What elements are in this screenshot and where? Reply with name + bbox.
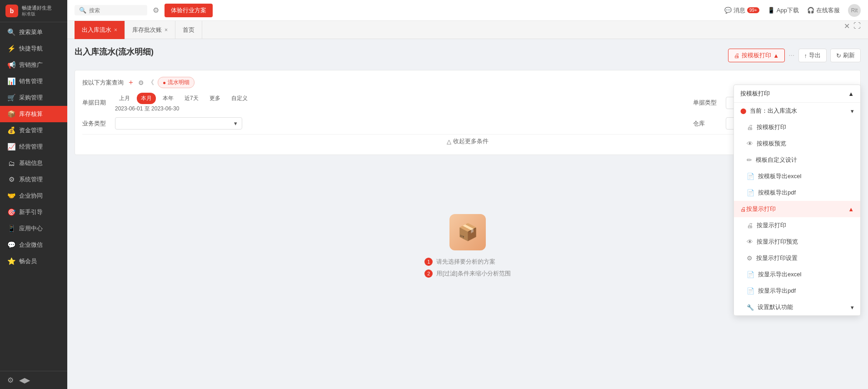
- date-btn-自定义[interactable]: 自定义: [227, 93, 252, 104]
- sidebar-item-search[interactable]: 🔍搜索菜单: [0, 24, 67, 40]
- empty-illustration: 📦: [449, 214, 486, 250]
- sidebar-item-sales[interactable]: 📊销售管理: [0, 73, 67, 90]
- filter-label: 按以下方案查询: [82, 79, 124, 87]
- collapse-up-icon: △: [447, 138, 451, 145]
- sidebar-item-app-center[interactable]: 📱应用中心: [0, 220, 67, 237]
- display-excel-icon: 📄: [747, 271, 754, 278]
- type-label: 单据类型: [693, 99, 718, 107]
- add-filter-icon[interactable]: ＋: [127, 78, 135, 87]
- topbar-gear-icon[interactable]: ⚙: [153, 6, 159, 15]
- date-btn-近7天[interactable]: 近7天: [180, 93, 203, 104]
- sidebar-label: 企业微信: [19, 241, 43, 249]
- dropdown-current[interactable]: ⬤当前：出入库流水▾: [734, 103, 860, 119]
- filter-settings-icon[interactable]: ⚙: [138, 79, 144, 86]
- export-button[interactable]: ↑ 导出: [798, 49, 827, 62]
- dropdown-item-template-custom[interactable]: ✏模板自定义设计: [734, 152, 860, 168]
- user-avatar[interactable]: Rit: [848, 4, 861, 17]
- tab-label: 库存批次账: [132, 26, 162, 34]
- dropdown-item-display-pdf[interactable]: 📄按显示导出pdf: [734, 283, 860, 299]
- tab-batch[interactable]: 库存批次账 ×: [125, 21, 175, 39]
- sidebar-item-quick-nav[interactable]: ⚡快捷导航: [0, 40, 67, 57]
- inventory-icon: 📦: [7, 110, 15, 118]
- dropdown-item-display-print-settings[interactable]: ⚙按显示打印设置: [734, 250, 860, 266]
- sidebar-bottom: ⚙ ◀▶: [0, 371, 67, 389]
- business-label: 业务类型: [82, 120, 108, 128]
- template-preview-icon: 👁: [747, 140, 753, 147]
- app-download-button[interactable]: 📱 App下载: [768, 6, 799, 15]
- sidebar-item-finance[interactable]: 💰资金管理: [0, 122, 67, 139]
- close-window-icon[interactable]: ✕: [844, 22, 850, 30]
- display-print-section-icon: 🖨: [740, 206, 746, 213]
- dropdown-collapse-icon[interactable]: ▲: [848, 90, 854, 97]
- dropdown-section-display-print-section[interactable]: 🖨按显示打印▲: [734, 201, 860, 217]
- sidebar-item-basic[interactable]: 🗂基础信息: [0, 155, 67, 171]
- display-preview-icon: 👁: [747, 238, 753, 245]
- sidebar-item-purchase[interactable]: 🛒采购管理: [0, 90, 67, 106]
- dropdown-item-display-excel[interactable]: 📄按显示导出excel: [734, 266, 860, 283]
- tab-close-icon[interactable]: ×: [165, 27, 168, 33]
- basic-icon: 🗂: [7, 160, 15, 167]
- filter-collapse-icon[interactable]: 《: [148, 79, 154, 87]
- enterprise-icon: 🤝: [7, 192, 15, 200]
- sidebar-item-wechat[interactable]: 💬企业微信: [0, 237, 67, 253]
- trial-button[interactable]: 体验行业方案: [165, 4, 213, 17]
- sidebar-item-inventory[interactable]: 📦库存核算: [0, 106, 67, 122]
- dropdown-item-template-print[interactable]: 🖨按模板打印: [734, 119, 860, 135]
- maximize-icon[interactable]: ⛶: [853, 22, 861, 30]
- date-btn-更多[interactable]: 更多: [205, 93, 224, 104]
- page-content: 出入库流水(流水明细) 🖨 按模板打印 ▲ ··· ↑ 导出 ↻ 刷新: [67, 39, 868, 389]
- template-pdf-icon: 📄: [747, 189, 754, 196]
- tab-flow[interactable]: 出入库流水 ×: [75, 21, 125, 39]
- template-print-icon: 🖨: [747, 124, 753, 131]
- dropdown-header: 按模板打印▲: [734, 85, 860, 103]
- template-print-button[interactable]: 🖨 按模板打印 ▲: [728, 49, 785, 62]
- collapse-icon[interactable]: ◀▶: [19, 376, 30, 384]
- topbar-search-box[interactable]: 🔍: [75, 5, 147, 15]
- dropdown-item-display-preview[interactable]: 👁按显示打印预览: [734, 234, 860, 250]
- settings-icon[interactable]: ⚙: [7, 376, 14, 384]
- date-btn-本月[interactable]: 本月: [137, 93, 156, 104]
- online-service-button[interactable]: 🎧 在线客服: [807, 6, 840, 15]
- topbar-right: 💬 消息 99+ 📱 App下载 🎧 在线客服 Rit: [724, 4, 861, 17]
- sidebar-item-member[interactable]: ⭐畅会员: [0, 253, 67, 269]
- sidebar-item-enterprise[interactable]: 🤝企业协同: [0, 188, 67, 204]
- sidebar-item-guide[interactable]: 🎯新手引导: [0, 204, 67, 220]
- ellipsis-icon: ···: [788, 51, 794, 60]
- dropdown-item-display-print[interactable]: 🖨按显示打印: [734, 217, 860, 234]
- app-name: 畅捷通好生意: [22, 5, 52, 11]
- sidebar-label: 新手引导: [19, 208, 43, 216]
- search-icon: 🔍: [79, 7, 86, 14]
- sidebar-item-marketing[interactable]: 📢营销推广: [0, 57, 67, 73]
- date-btn-本年[interactable]: 本年: [159, 93, 178, 104]
- dropdown-item-template-excel[interactable]: 📄按模板导出excel: [734, 168, 860, 185]
- sidebar-label: 采购管理: [19, 94, 43, 102]
- dropdown-section-set-default[interactable]: 🔧设置默认功能▾: [734, 299, 860, 315]
- template-print-dropdown: 按模板打印▲⬤当前：出入库流水▾🖨按模板打印👁按模板预览✏模板自定义设计📄按模板…: [733, 85, 861, 316]
- sidebar-label: 经营管理: [19, 143, 43, 151]
- sales-icon: 📊: [7, 77, 15, 85]
- business-select[interactable]: ▾: [115, 117, 242, 130]
- sidebar-item-system[interactable]: ⚙系统管理: [0, 171, 67, 188]
- sidebar-label: 企业协同: [19, 192, 43, 200]
- wechat-icon: 💬: [7, 241, 15, 249]
- date-btn-上月[interactable]: 上月: [115, 93, 134, 104]
- search-input[interactable]: [89, 7, 135, 14]
- refresh-button[interactable]: ↻ 刷新: [830, 49, 861, 62]
- template-custom-icon: ✏: [747, 156, 752, 164]
- purchase-icon: 🛒: [7, 94, 15, 102]
- page-title: 出入库流水(流水明细): [75, 46, 154, 57]
- dropdown-item-template-pdf[interactable]: 📄按模板导出pdf: [734, 185, 860, 201]
- sidebar-item-business[interactable]: 📈经营管理: [0, 139, 67, 155]
- flow-filter-tag[interactable]: ● 流水明细: [158, 77, 195, 88]
- message-button[interactable]: 💬 消息 99+: [724, 6, 759, 15]
- sidebar-label: 资金管理: [19, 126, 43, 135]
- chevron-down-icon2: ▾: [234, 120, 237, 127]
- sidebar-nav: 🔍搜索菜单⚡快捷导航📢营销推广📊销售管理🛒采购管理📦库存核算💰资金管理📈经营管理…: [0, 22, 67, 371]
- chevron-icon: ▾: [851, 108, 854, 115]
- system-icon: ⚙: [7, 175, 15, 184]
- tab-close-icon[interactable]: ×: [114, 27, 117, 33]
- display-pdf-icon: 📄: [747, 287, 754, 294]
- dropdown-item-template-preview[interactable]: 👁按模板预览: [734, 135, 860, 152]
- tab-home[interactable]: 首页: [175, 21, 202, 39]
- section-chevron: ▲: [848, 206, 854, 213]
